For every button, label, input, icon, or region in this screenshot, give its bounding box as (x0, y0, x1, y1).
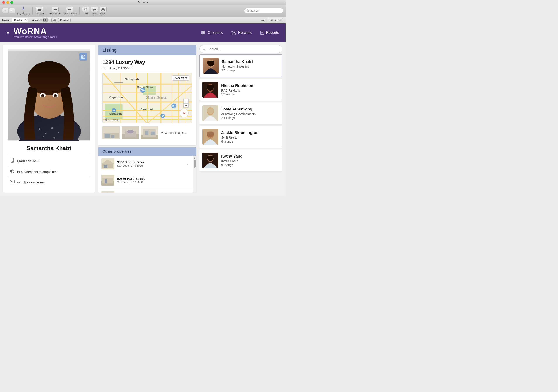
find-action[interactable]: Find (82, 7, 89, 15)
svg-rect-14 (43, 19, 44, 20)
camera-icon[interactable] (79, 53, 87, 61)
agent-listings-4: 9 listings (221, 163, 243, 167)
agent-details-0: Samantha Khatri Hometown Investing 15 li… (222, 60, 253, 72)
listing-thumb-3[interactable] (141, 126, 158, 139)
agent-listings-0: 15 listings (222, 69, 253, 72)
sort-label: Sort (92, 12, 96, 15)
svg-point-61 (52, 127, 53, 129)
separator-3 (79, 7, 79, 15)
svg-line-13 (248, 11, 249, 12)
property-thumb-1 (101, 175, 114, 186)
svg-rect-28 (201, 31, 203, 34)
svg-point-131 (203, 48, 205, 50)
agent-photo-4 (202, 153, 218, 168)
listing-thumb-2[interactable] (122, 126, 139, 139)
search-icon (246, 9, 249, 12)
property-item-0[interactable]: 3456 Stirling Way San Jose, CA 95008 › (98, 156, 196, 172)
nav-network[interactable]: Network (231, 31, 252, 35)
svg-point-55 (41, 94, 44, 97)
svg-point-56 (54, 94, 57, 97)
records-label: Total (Sorted) (17, 13, 30, 16)
scroll-up-button[interactable]: ▲ (193, 157, 196, 159)
network-icon (231, 31, 236, 35)
other-properties-card: Other properties ▲ ▼ 3456 Stirling Way S… (98, 147, 196, 193)
svg-rect-87 (172, 73, 172, 123)
map-zoom-out[interactable]: − (183, 99, 189, 103)
layout-select[interactable]: Realtors (12, 18, 28, 22)
search-input[interactable] (250, 9, 281, 12)
view-more-images[interactable]: View more images... (161, 131, 187, 134)
svg-rect-126 (105, 179, 107, 183)
delete-record-icon (66, 7, 73, 12)
agent-card-1[interactable]: Niesha Robinson RAC Realtors 12 listings (200, 79, 282, 101)
listing-body: 1234 Luxury Way San Jose, CA 95008 (98, 55, 196, 145)
svg-point-33 (234, 32, 235, 33)
share-label: Share (100, 12, 106, 15)
scroll-bar: ▲ ▼ (193, 156, 196, 193)
view-list-button[interactable] (47, 18, 52, 22)
title-bar: Contacts (0, 0, 286, 5)
svg-rect-88 (178, 73, 179, 123)
svg-rect-5 (68, 9, 71, 9)
agent-card-2[interactable]: Josie Armstrong Armstrong Developments 2… (200, 102, 282, 124)
view-form-button[interactable] (43, 18, 47, 22)
agents-search-input[interactable] (208, 47, 279, 51)
agent-card-4[interactable]: Kathy Yang Intero Group 9 listings (200, 149, 282, 171)
property-item-2[interactable]: 135 Cottage Rd. San Jose, CA 95008 (98, 189, 196, 193)
minimize-button[interactable] (6, 1, 9, 4)
contact-phone-field: (408) 555-1212 (8, 155, 90, 166)
menu-icon[interactable]: ≡ (7, 30, 9, 35)
preview-button[interactable]: Preview (58, 18, 71, 22)
contact-email-field: sam@example.net (8, 177, 90, 187)
listing-thumb-1[interactable] (103, 126, 120, 139)
svg-point-12 (247, 9, 248, 11)
map-zoom-in[interactable]: + (183, 103, 189, 108)
nav-back-button[interactable]: ‹ (2, 8, 8, 13)
map-standard-control[interactable]: Standard (172, 75, 189, 81)
agent-details-1: Niesha Robinson RAC Realtors 12 listings (221, 83, 253, 96)
agent-card-0[interactable]: Samantha Khatri Hometown Investing 15 li… (200, 54, 282, 77)
new-record-action[interactable]: New Record (49, 7, 61, 15)
other-properties-header: Other properties (98, 147, 196, 156)
window-controls (2, 1, 13, 4)
svg-rect-19 (48, 20, 51, 20)
nav-reports[interactable]: Reports (260, 31, 279, 35)
svg-line-132 (205, 50, 206, 50)
search-bar[interactable] (244, 8, 283, 13)
property-item-1[interactable]: 90876 Hard Street San Jose, CA 95008 (98, 172, 196, 189)
nav-forward-button[interactable]: › (9, 8, 15, 13)
view-table-button[interactable] (52, 18, 56, 22)
share-action[interactable]: Share (100, 7, 107, 15)
agent-listings-1: 12 listings (221, 93, 253, 96)
svg-rect-106 (114, 83, 123, 83)
maximize-button[interactable] (10, 1, 13, 4)
reports-icon (260, 31, 264, 35)
svg-text:101: 101 (172, 105, 176, 107)
listing-images: View more images... (103, 126, 192, 139)
find-icon (82, 7, 89, 12)
svg-line-39 (234, 32, 235, 32)
sort-action[interactable]: Sort (91, 7, 98, 15)
svg-text:A: A (261, 19, 263, 21)
svg-rect-15 (45, 19, 46, 20)
contact-info: (408) 555-1212 https://realtors.example.… (8, 155, 90, 187)
svg-text:A: A (263, 19, 265, 22)
nav-chapters[interactable]: Chapters (201, 31, 223, 35)
svg-rect-11 (102, 9, 105, 11)
sort-icon (91, 7, 98, 12)
brand-name: WoRNA (14, 27, 57, 35)
agents-search-bar[interactable] (200, 45, 282, 53)
agent-listings-2: 20 listings (221, 116, 256, 120)
svg-rect-29 (202, 31, 204, 34)
photo-container (8, 50, 90, 141)
chevron-right-0: › (187, 162, 188, 166)
svg-line-38 (233, 32, 234, 32)
edit-layout-button[interactable]: Edit Layout (267, 18, 283, 22)
contact-name: Samantha Khatri (26, 145, 72, 152)
contact-email: sam@example.net (17, 180, 44, 184)
toolbar: ‹ › 1 9 Total (Sorted) Show All New Reco… (0, 5, 286, 17)
agent-card-3[interactable]: Jackie Bloomington Swift Realty 8 listin… (200, 126, 282, 148)
close-button[interactable] (2, 1, 5, 4)
delete-record-action[interactable]: Delete Record (63, 7, 77, 15)
show-all-action[interactable]: Show All (35, 7, 44, 15)
